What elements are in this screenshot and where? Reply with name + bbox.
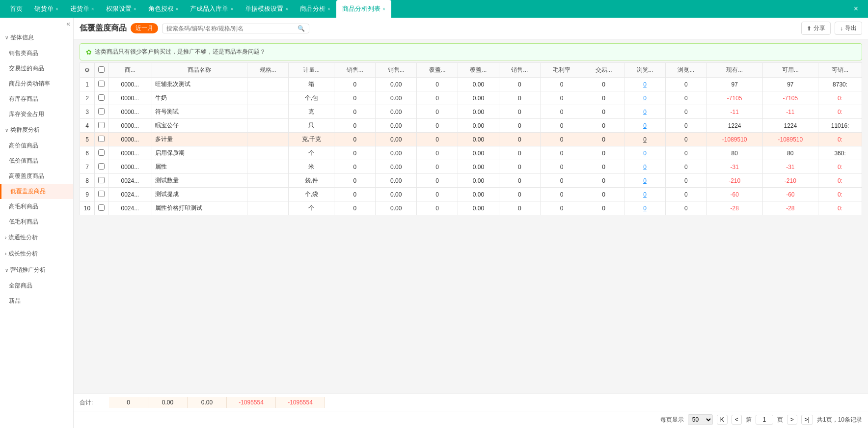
per-page-select[interactable]: 50 10 20 100 [688, 414, 713, 425]
row-browse2: 0 [665, 91, 706, 105]
nav-template-settings[interactable]: 单据模板设置 × [239, 0, 294, 18]
sidebar-item-category-rate[interactable]: 商品分类动销率 [0, 76, 73, 91]
row-checkbox[interactable] [95, 188, 108, 201]
sidebar-section-overview[interactable]: ∨ 整体信息 [0, 29, 73, 46]
last-page-button[interactable]: >| [801, 415, 813, 425]
row-sales2: 0 [499, 133, 540, 146]
col-available: 可用... [762, 63, 818, 78]
row-checkbox[interactable] [95, 146, 108, 160]
sidebar-item-high-value[interactable]: 高价值商品 [0, 138, 73, 153]
row-gross-rate: 0 [540, 78, 583, 91]
close-icon[interactable]: × [176, 6, 179, 12]
first-page-button[interactable]: K [717, 415, 728, 425]
close-icon[interactable]: × [134, 6, 136, 12]
row-name: 眠宝公仔 [152, 119, 247, 133]
sidebar-item-low-value[interactable]: 低价值商品 [0, 153, 73, 169]
close-icon[interactable]: × [285, 6, 288, 12]
row-sales-qty: 0 [334, 201, 376, 215]
prev-page-button[interactable]: < [732, 415, 742, 425]
row-sales-qty: 0 [334, 105, 376, 119]
sidebar-item-traded-goods[interactable]: 交易过的商品 [0, 61, 73, 76]
col-settings[interactable]: ⚙ [80, 63, 95, 78]
nav-sales[interactable]: 销货单 × [28, 0, 64, 18]
sidebar-item-all-goods[interactable]: 全部商品 [0, 278, 73, 293]
nav-home[interactable]: 首页 [4, 0, 28, 18]
sidebar-item-sales-goods[interactable]: 销售类商品 [0, 46, 73, 61]
nav-product-analysis-list[interactable]: 商品分析列表 × [336, 0, 391, 18]
row-checkbox-input[interactable] [98, 108, 105, 114]
nav-role-auth[interactable]: 角色授权 × [142, 0, 185, 18]
sidebar-item-low-coverage[interactable]: 低覆盖度商品 [0, 184, 73, 199]
row-sales2: 0 [499, 160, 540, 174]
row-unit: 克 [289, 105, 334, 119]
row-checkbox-input[interactable] [98, 81, 105, 87]
row-checkbox-input[interactable] [98, 149, 105, 156]
nav-purchase[interactable]: 进货单 × [64, 0, 100, 18]
row-checkbox[interactable] [95, 201, 108, 215]
sidebar-section-marketing[interactable]: ∨ 营销推广分析 [0, 262, 73, 278]
row-checkbox-input[interactable] [98, 122, 105, 128]
row-checkbox[interactable] [95, 78, 108, 91]
search-input[interactable] [166, 25, 298, 32]
row-num: 7 [80, 160, 95, 174]
sidebar-item-new-goods[interactable]: 新品 [0, 293, 73, 309]
sidebar-section-circulation[interactable]: › 流通性分析 [0, 229, 73, 246]
row-checkbox[interactable] [95, 174, 108, 188]
close-icon[interactable]: × [91, 6, 94, 12]
row-checkbox-input[interactable] [98, 94, 105, 101]
page-number-input[interactable] [756, 415, 773, 425]
total-sales-qty: 0 [109, 397, 148, 408]
col-sales-qty: 销售... [334, 63, 376, 78]
row-current: -28 [706, 201, 762, 215]
sidebar-item-stock-goods[interactable]: 有库存商品 [0, 91, 73, 107]
window-close-button[interactable]: × [848, 4, 864, 13]
sidebar-section-growth[interactable]: › 成长性分析 [0, 246, 73, 262]
close-icon[interactable]: × [327, 6, 330, 12]
col-cover2: 覆盖... [458, 63, 499, 78]
close-icon[interactable]: × [382, 6, 385, 12]
row-available: -31 [762, 160, 818, 174]
nav-permissions[interactable]: 权限设置 × [100, 0, 142, 18]
next-page-button[interactable]: > [787, 415, 797, 425]
nav-product-analysis[interactable]: 商品分析 × [294, 0, 336, 18]
row-sellable: 0: [818, 91, 862, 105]
info-banner: ✿ 这类商品只有很少客户购买过，是推广不够，还是商品本身问题？ [80, 43, 862, 60]
export-button[interactable]: ↓ 导出 [835, 22, 862, 35]
search-icon[interactable]: 🔍 [298, 25, 305, 32]
row-current: -7105 [706, 91, 762, 105]
close-icon[interactable]: × [55, 6, 58, 12]
row-sellable: 0: [818, 174, 862, 188]
row-checkbox[interactable] [95, 160, 108, 174]
row-browse2: 0 [665, 78, 706, 91]
share-button[interactable]: ⬆ 分享 [801, 22, 831, 35]
table-header-row: ⚙ 商... 商品名称 规格... 计量... 销售... 销售... 覆盖..… [80, 63, 862, 78]
sidebar-item-stock-capital[interactable]: 库存资金占用 [0, 107, 73, 122]
close-icon[interactable]: × [230, 6, 233, 12]
row-checkbox[interactable] [95, 105, 108, 119]
row-checkbox-input[interactable] [98, 191, 105, 197]
row-current: 1224 [706, 119, 762, 133]
page-unit-label: 页 [777, 416, 783, 424]
row-checkbox-input[interactable] [98, 204, 105, 211]
row-current: 80 [706, 146, 762, 160]
sidebar-section-cluster[interactable]: ∨ 类群度分析 [0, 122, 73, 138]
row-checkbox-input[interactable] [98, 177, 105, 183]
col-checkbox[interactable] [95, 63, 108, 78]
sidebar-collapse-button[interactable]: « [66, 20, 70, 28]
nav-product-warehouse[interactable]: 产成品入库单 × [184, 0, 239, 18]
row-name: 牛奶 [152, 91, 247, 105]
sidebar-item-high-margin[interactable]: 高毛利商品 [0, 199, 73, 214]
sidebar-item-low-margin[interactable]: 低毛利商品 [0, 214, 73, 229]
row-checkbox-input[interactable] [98, 163, 105, 170]
period-button[interactable]: 近一月 [131, 23, 158, 33]
row-trade: 0 [583, 160, 624, 174]
row-gross-rate: 0 [540, 160, 583, 174]
row-current: -31 [706, 160, 762, 174]
select-all-checkbox[interactable] [98, 66, 105, 73]
row-sellable: 0: [818, 201, 862, 215]
row-checkbox[interactable] [95, 91, 108, 105]
row-checkbox[interactable] [95, 133, 108, 146]
sidebar-item-high-coverage[interactable]: 高覆盖度商品 [0, 169, 73, 184]
row-checkbox[interactable] [95, 119, 108, 133]
row-checkbox-input[interactable] [98, 136, 105, 142]
